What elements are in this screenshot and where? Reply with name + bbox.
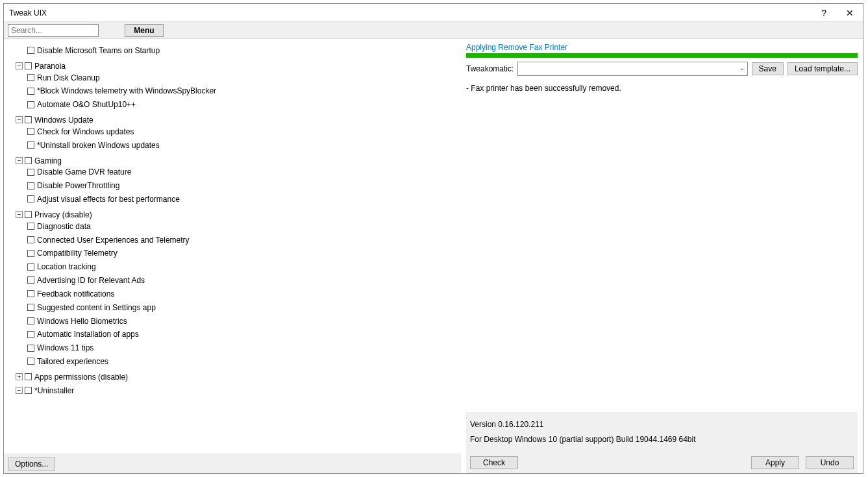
checkbox[interactable] bbox=[27, 169, 34, 176]
collapse-icon[interactable]: − bbox=[16, 211, 23, 218]
tree-group-windows-update[interactable]: Windows Update bbox=[34, 116, 93, 125]
progress-bar bbox=[466, 53, 858, 58]
tweakomatic-select[interactable]: ⌄ bbox=[517, 62, 747, 76]
checkbox[interactable] bbox=[25, 211, 32, 218]
options-button[interactable]: Options... bbox=[8, 458, 55, 471]
tree-item[interactable]: Connected User Experiences and Telemetry bbox=[37, 235, 190, 244]
content-area: Disable Microsoft Teams on Startup −Para… bbox=[4, 39, 863, 473]
expand-icon[interactable]: + bbox=[16, 373, 23, 380]
load-template-button[interactable]: Load template... bbox=[787, 62, 858, 75]
tree-item[interactable]: Automate O&O ShutUp10++ bbox=[37, 100, 136, 109]
tree-view[interactable]: Disable Microsoft Teams on Startup −Para… bbox=[4, 39, 461, 454]
window-controls: ? ✕ bbox=[817, 6, 858, 19]
log-area: - Fax printer has been successfully remo… bbox=[466, 81, 858, 412]
tree-group-gaming[interactable]: Gaming bbox=[34, 156, 62, 165]
checkbox[interactable] bbox=[27, 331, 34, 338]
collapse-icon[interactable]: − bbox=[16, 387, 23, 394]
left-footer: Options... bbox=[4, 454, 461, 473]
search-input[interactable] bbox=[8, 24, 99, 37]
checkbox[interactable] bbox=[27, 345, 34, 352]
checkbox[interactable] bbox=[25, 116, 32, 123]
tree-item[interactable]: Location tracking bbox=[37, 262, 96, 271]
collapse-icon[interactable]: − bbox=[16, 62, 23, 69]
tree-item[interactable]: Suggested content in Settings app bbox=[37, 303, 156, 312]
close-icon[interactable]: ✕ bbox=[842, 6, 858, 19]
chevron-down-icon: ⌄ bbox=[739, 64, 745, 71]
log-line: - Fax printer has been successfully remo… bbox=[466, 84, 858, 93]
apply-button[interactable]: Apply bbox=[751, 456, 799, 469]
right-pane: Applying Remove Fax Printer Tweakomatic:… bbox=[461, 39, 863, 473]
checkbox[interactable] bbox=[27, 128, 34, 135]
save-button[interactable]: Save bbox=[752, 62, 784, 75]
checkbox[interactable] bbox=[27, 304, 34, 311]
status-label: Applying Remove Fax Printer bbox=[466, 42, 858, 53]
version-line: Version 0.16.120.211 bbox=[470, 417, 854, 432]
undo-button[interactable]: Undo bbox=[806, 456, 854, 469]
tree-item[interactable]: Diagnostic data bbox=[37, 222, 91, 231]
menu-button[interactable]: Menu bbox=[125, 24, 164, 37]
tree-item[interactable]: Disable PowerThrottling bbox=[37, 181, 119, 190]
tree-item[interactable]: Compatibility Telemetry bbox=[37, 249, 118, 258]
checkbox[interactable] bbox=[27, 182, 34, 190]
tree-item[interactable]: Windows 11 tips bbox=[37, 343, 93, 352]
checkbox[interactable] bbox=[27, 317, 34, 324]
checkbox[interactable] bbox=[27, 358, 34, 365]
tree-item[interactable]: Adjust visual effects for best performan… bbox=[37, 195, 180, 204]
right-footer: Check Apply Undo bbox=[466, 452, 858, 473]
checkbox[interactable] bbox=[27, 88, 34, 95]
checkbox[interactable] bbox=[25, 62, 32, 69]
checkbox[interactable] bbox=[27, 74, 34, 81]
tree-group-apps-permissions[interactable]: Apps permissions (disable) bbox=[34, 373, 128, 382]
tweakomatic-row: Tweakomatic: ⌄ Save Load template... bbox=[466, 62, 858, 76]
tree-item[interactable]: Disable Game DVR feature bbox=[37, 167, 131, 177]
tree-item[interactable]: Windows Hello Biometrics bbox=[37, 316, 127, 325]
tree-group-privacy[interactable]: Privacy (disable) bbox=[34, 210, 92, 219]
check-button[interactable]: Check bbox=[470, 456, 518, 469]
checkbox[interactable] bbox=[27, 250, 34, 257]
tree-item[interactable]: Tailored experiences bbox=[37, 357, 108, 366]
tree-group-uninstaller[interactable]: *Uninstaller bbox=[34, 386, 74, 395]
platform-line: For Desktop Windows 10 (partial support)… bbox=[470, 432, 854, 447]
app-window: Tweak UIX ? ✕ Menu Disable Microsoft Tea… bbox=[3, 3, 863, 474]
tree-item-disable-teams[interactable]: Disable Microsoft Teams on Startup bbox=[37, 46, 160, 55]
tweakomatic-label: Tweakomatic: bbox=[466, 64, 514, 73]
checkbox[interactable] bbox=[25, 157, 32, 164]
titlebar: Tweak UIX ? ✕ bbox=[4, 4, 863, 22]
checkbox[interactable] bbox=[27, 195, 34, 202]
tree-item[interactable]: Run Disk Cleanup bbox=[37, 73, 100, 82]
toolbar: Menu bbox=[4, 22, 863, 39]
checkbox[interactable] bbox=[27, 47, 34, 54]
checkbox[interactable] bbox=[27, 141, 34, 149]
checkbox[interactable] bbox=[27, 276, 34, 284]
checkbox[interactable] bbox=[25, 387, 32, 394]
collapse-icon[interactable]: − bbox=[16, 157, 23, 164]
tree-item[interactable]: *Uninstall broken Windows updates bbox=[37, 141, 160, 150]
checkbox[interactable] bbox=[27, 101, 34, 108]
tree-item[interactable]: Check for Windows updates bbox=[37, 127, 134, 136]
help-icon[interactable]: ? bbox=[817, 6, 830, 19]
tree-item[interactable]: Advertising ID for Relevant Ads bbox=[37, 276, 145, 285]
left-pane: Disable Microsoft Teams on Startup −Para… bbox=[4, 39, 461, 473]
tree-item[interactable]: Feedback notifications bbox=[37, 289, 114, 299]
tree-item[interactable]: *Block Windows telemetry with WindowsSpy… bbox=[37, 86, 216, 95]
version-box: Version 0.16.120.211 For Desktop Windows… bbox=[466, 412, 858, 452]
tree-item[interactable]: Automatic Installation of apps bbox=[37, 330, 139, 339]
checkbox[interactable] bbox=[27, 223, 34, 230]
checkbox[interactable] bbox=[25, 373, 32, 380]
checkbox[interactable] bbox=[27, 263, 34, 271]
checkbox[interactable] bbox=[27, 236, 34, 243]
collapse-icon[interactable]: − bbox=[16, 116, 23, 123]
window-title: Tweak UIX bbox=[9, 8, 47, 18]
checkbox[interactable] bbox=[27, 290, 34, 297]
tree-group-paranoia[interactable]: Paranoia bbox=[34, 62, 66, 71]
